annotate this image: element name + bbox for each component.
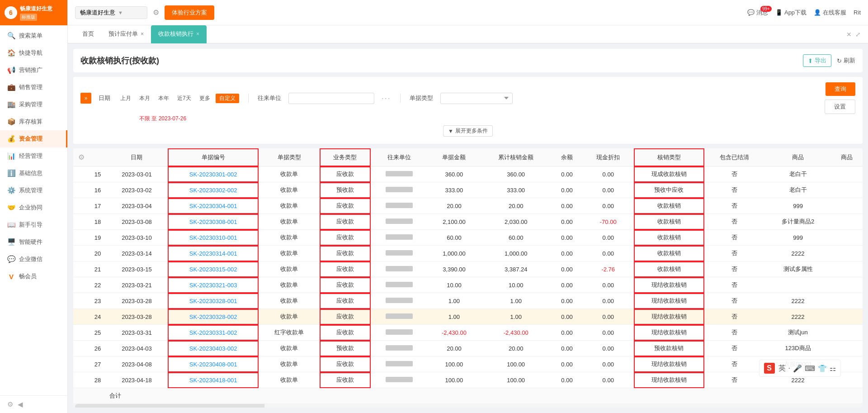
sidebar-item-operations[interactable]: 📊 经营管理 (0, 147, 67, 165)
order-no-link[interactable]: SK-20230408-001 (189, 361, 237, 368)
order-no-link[interactable]: SK-20230328-001 (189, 298, 237, 304)
watermark-shirt-icon[interactable]: 👕 (818, 364, 827, 373)
tab-receipt-close-icon[interactable]: × (196, 31, 199, 37)
sidebar-item-inventory[interactable]: 📦 库存核算 (0, 113, 67, 130)
sidebar-item-marketing[interactable]: 📢 营销推广 (0, 62, 67, 79)
date-btn-7days[interactable]: 近7天 (175, 94, 194, 103)
tab-home[interactable]: 首页 (75, 25, 101, 43)
sidebar-item-basic[interactable]: ℹ️ 基础信息 (0, 165, 67, 182)
order-no-link[interactable]: SK-20230314-001 (189, 250, 237, 257)
messages-action[interactable]: 💬 消息 99+ (747, 9, 768, 17)
settings-bottom-icon[interactable]: ⚙ (7, 400, 13, 408)
table-row[interactable]: 16 2023-03-02 SK-20230302-002 收款单 预收款 33… (73, 182, 863, 198)
export-icon: ⬆ (808, 57, 813, 64)
order-no-link[interactable]: SK-20230331-002 (189, 329, 237, 336)
table-row[interactable]: 19 2023-03-10 SK-20230310-001 收款单 应收款 60… (73, 230, 863, 246)
table-row[interactable]: 24 2023-03-28 SK-20230328-002 收款单 应收款 1.… (73, 309, 863, 325)
cell-settings (73, 341, 90, 356)
collapse-icon[interactable]: ◀ (18, 400, 23, 408)
order-no-link[interactable]: SK-20230304-001 (189, 203, 237, 209)
workspace-selector[interactable]: 畅康道好生意 ▼ (75, 6, 147, 19)
watermark-mic-icon[interactable]: 🎤 (793, 364, 802, 373)
sidebar-item-guide[interactable]: 📖 新手引导 (0, 216, 67, 233)
date-btn-this-month[interactable]: 本月 (137, 94, 153, 103)
cell-seq: 24 (90, 309, 106, 325)
sidebar-item-wechat[interactable]: 💬 企业微信 (0, 251, 67, 268)
table-row[interactable]: 27 2023-04-08 SK-20230408-001 收款单 应收款 10… (73, 356, 863, 372)
topbar-gear-icon[interactable]: ⚙ (153, 8, 159, 17)
solution-button[interactable]: 体验行业方案 (165, 5, 214, 20)
table-row[interactable]: 17 2023-03-04 SK-20230304-001 收款单 应收款 20… (73, 198, 863, 214)
refresh-button[interactable]: ↻ 刷新 (837, 57, 855, 65)
watermark-grid-icon[interactable]: ⚏ (830, 364, 836, 373)
cell-order-type: 收款单 (259, 277, 319, 293)
app-download-action[interactable]: 📱 App下载 (775, 9, 807, 17)
cell-goods: 999 (765, 198, 831, 214)
table-row[interactable]: 23 2023-03-28 SK-20230328-001 收款单 应收款 1.… (73, 293, 863, 309)
order-no-link[interactable]: SK-20230403-002 (189, 345, 237, 352)
date-btn-last-month[interactable]: 上月 (118, 94, 134, 103)
more-filters-dots[interactable]: ··· (382, 94, 391, 103)
tab-expand-icon[interactable]: ⤢ (855, 31, 861, 38)
col-header-settings[interactable]: ⚙ (73, 148, 90, 166)
expand-conditions-button[interactable]: ▼ 展开更多条件 (443, 125, 493, 137)
table-row[interactable]: 20 2023-03-14 SK-20230314-001 收款单 应收款 1,… (73, 246, 863, 261)
filter-toggle-button[interactable]: » (80, 93, 91, 104)
table-row[interactable]: 15 2023-03-01 SK-20230301-002 收款单 应收款 36… (73, 166, 863, 182)
cell-cash-discount: 0.00 (583, 309, 634, 325)
order-no-link[interactable]: SK-20230308-001 (189, 218, 237, 225)
cell-goods2 (831, 182, 863, 198)
date-custom-btn[interactable]: 自定义 (216, 94, 239, 103)
tabbar: 首页 预计应付单 × 收款核销执行 × ✕ ⤢ (68, 25, 868, 43)
cell-order-type: 红字收款单 (259, 325, 319, 341)
sidebar-item-hardware[interactable]: 🖥️ 智能硬件 (0, 233, 67, 251)
sidebar-item-search[interactable]: 🔍 搜索菜单 (0, 27, 67, 44)
order-no-link[interactable]: SK-20230302-002 (189, 187, 237, 194)
table-row[interactable]: 26 2023-04-03 SK-20230403-002 收款单 预收款 20… (73, 341, 863, 356)
table-row[interactable]: 28 2023-04-18 SK-20230418-001 收款单 应收款 10… (73, 372, 863, 388)
sidebar-item-member[interactable]: V 畅会员 (0, 268, 67, 285)
column-settings-icon[interactable]: ⚙ (78, 153, 85, 161)
cell-total-verify: 1.00 (481, 309, 551, 325)
watermark-keyboard-icon[interactable]: ⌨ (805, 364, 815, 373)
table-row[interactable]: 18 2023-03-08 SK-20230308-001 收款单 应收款 2,… (73, 214, 863, 230)
table-row[interactable]: 21 2023-03-15 SK-20230315-002 收款单 应收款 3,… (73, 261, 863, 277)
online-service-action[interactable]: 👤 在线客服 (814, 9, 846, 17)
order-no-link[interactable]: SK-20230310-001 (189, 234, 237, 241)
cell-goods2 (831, 325, 863, 341)
table-row[interactable]: 25 2023-03-31 SK-20230331-002 红字收款单 应收款 … (73, 325, 863, 341)
partner-input[interactable] (288, 93, 374, 104)
cell-seq: 22 (90, 277, 106, 293)
cell-biz-type: 应收款 (320, 293, 371, 309)
sidebar-item-quicknav[interactable]: 🏠 快捷导航 (0, 44, 67, 62)
order-no-link[interactable]: SK-20230301-002 (189, 171, 237, 178)
date-btn-this-year[interactable]: 本年 (156, 94, 172, 103)
cell-cash-discount: 0.00 (583, 341, 634, 356)
cell-date: 2023-03-21 (106, 277, 168, 293)
order-no-link[interactable]: SK-20230321-003 (189, 282, 237, 289)
sidebar-item-purchase[interactable]: 🏬 采购管理 (0, 96, 67, 113)
order-no-link[interactable]: SK-20230328-002 (189, 313, 237, 320)
tab-close-all-icon[interactable]: ✕ (846, 31, 852, 38)
user-name[interactable]: Rit (854, 9, 861, 16)
cell-order-no: SK-20230328-001 (168, 293, 259, 309)
cell-include-settled: 否 (704, 230, 765, 246)
query-button[interactable]: 查询 (826, 82, 855, 96)
sidebar-item-system[interactable]: ⚙️ 系统管理 (0, 182, 67, 199)
order-no-link[interactable]: SK-20230418-001 (189, 377, 237, 384)
sidebar-item-sales[interactable]: 💼 销售管理 (0, 79, 67, 96)
watermark-english-icon[interactable]: 英 (778, 364, 786, 373)
table-row[interactable]: 22 2023-03-21 SK-20230321-003 收款单 应收款 10… (73, 277, 863, 293)
tab-prepay[interactable]: 预计应付单 × (101, 25, 151, 43)
tab-prepay-close-icon[interactable]: × (141, 31, 144, 37)
sidebar-item-collab[interactable]: 🤝 企业协同 (0, 199, 67, 216)
voucher-type-select[interactable] (440, 93, 513, 104)
cell-order-type: 收款单 (259, 372, 319, 388)
filter-settings-button[interactable]: 设置 (825, 100, 855, 114)
sidebar-item-finance[interactable]: 💰 资金管理 (0, 130, 67, 147)
tab-receipt-verify[interactable]: 收款核销执行 × (151, 25, 207, 43)
date-btn-more[interactable]: 更多 (197, 94, 213, 103)
sidebar-item-label: 智能硬件 (19, 238, 42, 246)
order-no-link[interactable]: SK-20230315-002 (189, 266, 237, 273)
export-button[interactable]: ⬆ 导出 (803, 54, 831, 67)
